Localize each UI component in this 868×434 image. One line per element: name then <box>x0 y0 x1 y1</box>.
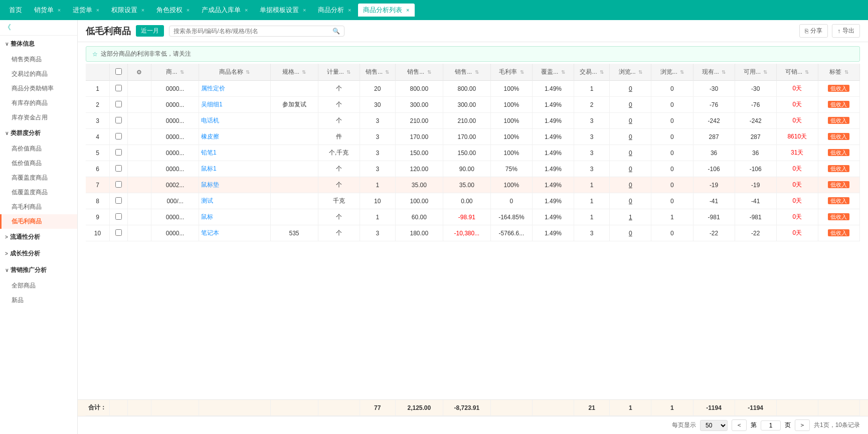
sidebar-item-traded-products[interactable]: 交易过的商品 <box>0 67 77 81</box>
row-checkbox[interactable] <box>115 101 122 107</box>
close-analysis-list-icon[interactable]: × <box>406 7 409 13</box>
sidebar-item-category-assist[interactable]: 商品分类助销率 <box>0 81 77 96</box>
col-header-sales-amt[interactable]: 销售... ⇅ <box>443 64 490 81</box>
cell-spec <box>270 145 318 161</box>
cell-check[interactable] <box>109 145 127 161</box>
cell-name[interactable]: 吴细细1 <box>199 97 270 113</box>
col-header-tag[interactable]: 标签 ⇅ <box>818 64 859 81</box>
page-number-input[interactable] <box>761 420 781 430</box>
nav-sales[interactable]: 销货单 × <box>29 4 66 17</box>
row-checkbox[interactable] <box>115 197 122 204</box>
page-size-select[interactable]: 20 50 100 200 <box>700 420 728 431</box>
row-checkbox[interactable] <box>115 149 122 156</box>
cell-trade-cnt: 2 <box>574 97 610 113</box>
close-purchase-icon[interactable]: × <box>96 7 99 13</box>
cell-check[interactable] <box>109 129 127 145</box>
cell-name[interactable]: 测试 <box>199 193 270 209</box>
col-header-name[interactable]: 商品名称 ⇅ <box>199 64 270 81</box>
cell-check[interactable] <box>109 161 127 177</box>
cell-code: 0000... <box>151 113 199 129</box>
close-finished-icon[interactable]: × <box>245 7 248 13</box>
row-checkbox[interactable] <box>115 117 122 123</box>
nav-roles[interactable]: 角色授权 × <box>151 4 195 17</box>
col-header-unit[interactable]: 计量... ⇅ <box>318 64 360 81</box>
cell-name[interactable]: 电话机 <box>199 113 270 129</box>
col-header-current-stock[interactable]: 现有... ⇅ <box>693 64 735 81</box>
cell-check[interactable] <box>109 97 127 113</box>
col-header-sales-qty[interactable]: 销售... ⇅ <box>360 64 395 81</box>
totals-label: 合计： <box>86 400 109 416</box>
nav-template-settings[interactable]: 单据模板设置 × <box>255 4 311 17</box>
cell-check[interactable] <box>109 81 127 97</box>
col-header-browse2[interactable]: 浏览... ⇅ <box>651 64 693 81</box>
cell-check[interactable] <box>109 113 127 129</box>
prev-page-button[interactable]: ＜ <box>732 419 747 431</box>
col-header-browse1[interactable]: 浏览... ⇅ <box>610 64 651 81</box>
sidebar-group-liquidity[interactable]: > 流通性分析 <box>0 229 77 245</box>
row-checkbox[interactable] <box>115 229 122 236</box>
close-sales-icon[interactable]: × <box>58 7 61 13</box>
search-input[interactable] <box>173 28 332 35</box>
sidebar-item-low-margin[interactable]: 低毛利商品 <box>0 214 77 229</box>
period-button[interactable]: 近一月 <box>136 25 164 37</box>
row-checkbox[interactable] <box>115 133 122 139</box>
cell-tag: 低收入 <box>818 113 859 129</box>
cell-name[interactable]: 笔记本 <box>199 225 270 241</box>
cell-name[interactable]: 铅笔1 <box>199 145 270 161</box>
cell-check[interactable] <box>109 225 127 241</box>
close-template-icon[interactable]: × <box>303 7 306 13</box>
cell-index: 9 <box>86 209 109 225</box>
col-header-trade-cnt[interactable]: 交易... ⇅ <box>574 64 610 81</box>
sidebar-group-growth[interactable]: > 成长性分析 <box>0 245 77 262</box>
sidebar-item-sales-products[interactable]: 销售类商品 <box>0 52 77 67</box>
cell-check[interactable] <box>109 209 127 225</box>
sidebar-item-stock-capital[interactable]: 库存资金占用 <box>0 110 77 125</box>
col-header-code[interactable]: 商... ⇅ <box>151 64 199 81</box>
select-all-checkbox[interactable] <box>115 68 122 75</box>
sidebar-group-overall[interactable]: ∨ 整体信息 <box>0 36 77 52</box>
cell-name[interactable]: 橡皮擦 <box>199 129 270 145</box>
sidebar-item-high-margin[interactable]: 高毛利商品 <box>0 200 77 214</box>
cell-check[interactable] <box>109 193 127 209</box>
col-header-avail-stock[interactable]: 可用... ⇅ <box>735 64 776 81</box>
sidebar-item-low-coverage[interactable]: 低覆盖度商品 <box>0 185 77 200</box>
next-page-button[interactable]: ＞ <box>795 419 810 431</box>
nav-finished-goods[interactable]: 产成品入库单 × <box>197 4 253 17</box>
cell-check[interactable] <box>109 177 127 193</box>
close-analysis-icon[interactable]: × <box>348 7 351 13</box>
cell-gross-rate: 100% <box>490 129 532 145</box>
share-button[interactable]: ⎘ 分享 <box>799 24 828 38</box>
col-header-sellable-days[interactable]: 可销... ⇅ <box>776 64 818 81</box>
sidebar-item-high-coverage[interactable]: 高覆盖度商品 <box>0 171 77 185</box>
row-checkbox[interactable] <box>115 181 122 188</box>
sidebar-item-high-value[interactable]: 高价值商品 <box>0 141 77 156</box>
sidebar-group-marketing[interactable]: ∨ 营销推广分析 <box>0 262 77 278</box>
nav-purchase[interactable]: 进货单 × <box>68 4 104 17</box>
cell-name[interactable]: 鼠标 <box>199 209 270 225</box>
cell-gross-rate: 75% <box>490 161 532 177</box>
row-checkbox[interactable] <box>115 85 122 91</box>
col-header-cover-rate[interactable]: 覆盖... ⇅ <box>532 64 574 81</box>
nav-home[interactable]: 首页 <box>4 4 27 17</box>
sidebar-item-low-value[interactable]: 低价值商品 <box>0 156 77 171</box>
row-checkbox[interactable] <box>115 213 122 220</box>
row-checkbox[interactable] <box>115 165 122 172</box>
col-header-spec[interactable]: 规格... ⇅ <box>270 64 318 81</box>
export-button[interactable]: ↑ 导出 <box>832 24 860 38</box>
sidebar-group-cluster[interactable]: ∨ 类群度分析 <box>0 125 77 141</box>
close-roles-icon[interactable]: × <box>187 7 190 13</box>
collapse-sidebar-btn[interactable]: 《 <box>4 23 11 32</box>
nav-permissions[interactable]: 权限设置 × <box>106 4 149 17</box>
sidebar-item-all-products[interactable]: 全部商品 <box>0 278 77 293</box>
nav-product-analysis[interactable]: 商品分析 × <box>313 4 356 17</box>
cell-name[interactable]: 属性定价 <box>199 81 270 97</box>
cell-name[interactable]: 鼠标垫 <box>199 177 270 193</box>
close-permissions-icon[interactable]: × <box>141 7 144 13</box>
nav-analysis-list[interactable]: 商品分析列表 × <box>358 4 414 17</box>
search-icon[interactable]: 🔍 <box>332 28 340 35</box>
sidebar-item-new-products[interactable]: 新品 <box>0 293 77 308</box>
col-header-gross-rate[interactable]: 毛利率 ⇅ <box>490 64 532 81</box>
cell-name[interactable]: 鼠标1 <box>199 161 270 177</box>
col-header-sales-price[interactable]: 销售... ⇅ <box>395 64 443 81</box>
sidebar-item-stock-products[interactable]: 有库存的商品 <box>0 96 77 110</box>
